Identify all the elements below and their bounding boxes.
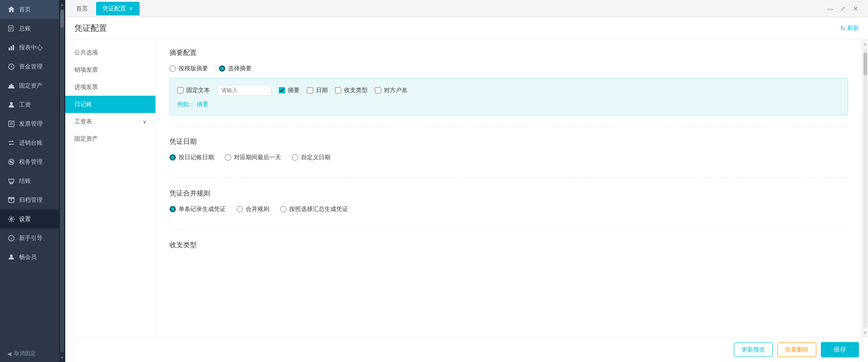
maximize-icon: ⤢	[840, 5, 846, 12]
tab-voucher-config[interactable]: 凭证配置 ✕	[96, 2, 140, 15]
sidebar-item-settings[interactable]: 设置	[0, 210, 59, 229]
svg-point-12	[10, 102, 13, 105]
check-counterpart-input[interactable]	[375, 87, 381, 93]
sidebar-item-guide[interactable]: 新手引导	[0, 229, 59, 248]
left-menu-journal-label: 日记账	[74, 100, 92, 108]
ledger-icon	[7, 24, 15, 33]
close-button[interactable]: ✕	[852, 5, 860, 13]
date-section: 凭证日期 按日记账日期 对应期间最后一天	[170, 137, 848, 178]
summary-example: 例如： 摘要	[177, 100, 840, 108]
left-menu-sales-invoice[interactable]: 销项发票	[65, 61, 155, 78]
sidebar-item-report[interactable]: 报表中心	[0, 38, 59, 57]
check-date-input[interactable]	[307, 87, 313, 93]
merge-radio-single-input[interactable]	[170, 206, 176, 212]
maximize-button[interactable]: ⤢	[839, 5, 847, 13]
right-scrollbar: ▲ ▼	[862, 39, 868, 337]
summary-radio-select[interactable]: 选择摘要	[219, 64, 252, 73]
tab-home[interactable]: 首页	[70, 2, 94, 15]
merge-radio-single[interactable]: 单条记录生成凭证	[170, 205, 226, 213]
home-icon	[7, 5, 15, 14]
sidebar-scroll-track	[60, 10, 64, 352]
trade-icon	[7, 139, 15, 147]
summary-title: 摘要配置	[170, 49, 848, 57]
merge-radio-single-label: 单条记录生成凭证	[179, 205, 226, 213]
tab-close-icon[interactable]: ✕	[129, 6, 133, 11]
minimize-button[interactable]: —	[826, 5, 834, 13]
tab-voucher-config-label: 凭证配置	[102, 5, 126, 13]
left-menu-fixed-asset[interactable]: 固定资产	[65, 130, 155, 147]
sidebar-item-trade[interactable]: 进销台账	[0, 133, 59, 152]
sidebar-scroll-thumb	[60, 10, 64, 28]
date-radio-custom[interactable]: 自定义日期	[292, 153, 330, 161]
left-menu-purchase-invoice[interactable]: 进项发票	[65, 78, 155, 96]
summary-radio-group: 按模版摘要 选择摘要	[170, 64, 848, 73]
sidebar-item-tax[interactable]: 税务管理	[0, 152, 59, 171]
sidebar-item-invoice[interactable]: 发票管理	[0, 114, 59, 133]
left-menu-journal[interactable]: 日记账	[65, 96, 155, 113]
merge-radio-summary[interactable]: 按照选择汇总生成凭证	[280, 205, 348, 213]
date-radio-period-last-input[interactable]	[225, 154, 231, 161]
page-header: 凭证配置 ↻ 刷新	[65, 17, 868, 39]
sidebar-item-archive[interactable]: 归档管理	[0, 191, 59, 210]
footer-bar: 更新预览 批量删除 保存	[65, 337, 868, 362]
date-radio-custom-input[interactable]	[292, 154, 298, 161]
main-area: 首页 凭证配置 ✕ — ⤢ ✕ 凭证配置 ↻ 刷新	[65, 0, 868, 362]
income-section: 收支类型	[170, 241, 848, 268]
summary-checkboxes-row: 固定文本 摘要 日期	[177, 85, 840, 96]
sidebar-scroll-down[interactable]: ▼	[60, 353, 64, 362]
refresh-button[interactable]: ↻ 刷新	[840, 24, 859, 32]
sidebar-item-salary[interactable]: 工资	[0, 95, 59, 114]
sidebar-item-ledger[interactable]: 总账	[0, 19, 59, 38]
check-fixed-text[interactable]: 固定文本	[177, 86, 210, 94]
sidebar-item-home[interactable]: 首页	[0, 0, 59, 19]
left-menu-public[interactable]: 公共选项	[65, 44, 155, 61]
merge-radio-merge-input[interactable]	[237, 206, 243, 212]
svg-point-18	[10, 161, 11, 162]
batch-delete-button[interactable]: 批量删除	[777, 342, 816, 357]
fixed-text-input[interactable]	[217, 85, 272, 96]
merge-radio-group: 单条记录生成凭证 合并规则 按照选择汇总生成凭证	[170, 205, 848, 213]
sidebar-item-settings-label: 设置	[19, 215, 31, 223]
summary-radio-select-input[interactable]	[219, 65, 225, 72]
summary-radio-template-input[interactable]	[170, 65, 176, 72]
page-title: 凭证配置	[74, 23, 107, 34]
sidebar-bottom-label: 取消固定	[14, 350, 36, 357]
date-radio-period-last-label: 对应期间最后一天	[234, 153, 281, 161]
scroll-up-button[interactable]: ▲	[863, 39, 868, 48]
summary-section: 摘要配置 按模版摘要 选择摘要	[170, 49, 848, 127]
check-income-type-input[interactable]	[335, 87, 341, 93]
example-value: 摘要	[197, 101, 209, 108]
sidebar-scroll-up[interactable]: ▲	[60, 0, 64, 9]
check-income-type[interactable]: 收支类型	[335, 86, 368, 94]
sidebar-item-asset[interactable]: 固定资产	[0, 76, 59, 95]
scroll-down-button[interactable]: ▼	[863, 328, 868, 337]
check-fixed-text-input[interactable]	[177, 87, 184, 93]
sidebar-item-trade-label: 进销台账	[19, 139, 43, 147]
sidebar-unpin[interactable]: ◀ 取消固定	[0, 345, 59, 362]
date-radio-journal[interactable]: 按日记账日期	[170, 153, 214, 161]
check-summary-label: 摘要	[288, 86, 300, 94]
check-counterpart-label: 对方户名	[384, 86, 407, 94]
svg-rect-6	[13, 45, 14, 50]
merge-radio-merge[interactable]: 合并规则	[237, 205, 269, 213]
sidebar-item-checkout[interactable]: 结账	[0, 171, 59, 191]
date-radio-journal-input[interactable]	[170, 154, 176, 161]
date-radio-period-last[interactable]: 对应期间最后一天	[225, 153, 281, 161]
left-menu-payroll[interactable]: 工资表 ∨	[65, 113, 155, 130]
check-date[interactable]: 日期	[307, 86, 328, 94]
check-summary[interactable]: 摘要	[279, 86, 300, 94]
income-title: 收支类型	[170, 241, 848, 249]
sidebar-item-member[interactable]: 畅会员	[0, 248, 59, 267]
update-preview-button[interactable]: 更新预览	[734, 342, 773, 357]
svg-rect-13	[9, 121, 14, 127]
check-summary-input[interactable]	[279, 87, 285, 93]
summary-radio-template[interactable]: 按模版摘要	[170, 64, 208, 73]
merge-radio-summary-input[interactable]	[280, 206, 286, 212]
date-radio-journal-label: 按日记账日期	[179, 153, 214, 161]
sidebar-item-fund[interactable]: 资金管理	[0, 57, 59, 76]
save-button[interactable]: 保存	[821, 342, 859, 357]
left-menu-payroll-label: 工资表	[74, 117, 92, 126]
check-counterpart[interactable]: 对方户名	[375, 86, 407, 94]
svg-point-20	[10, 183, 11, 184]
svg-rect-4	[9, 48, 10, 50]
